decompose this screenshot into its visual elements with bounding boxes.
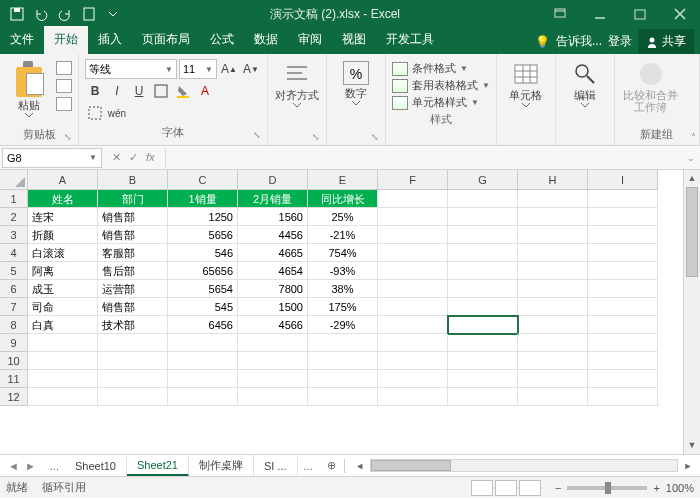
cell-D4[interactable]: 4665 [238, 244, 308, 262]
cell-I10[interactable] [588, 352, 658, 370]
cell-H5[interactable] [518, 262, 588, 280]
cell-B4[interactable]: 客服部 [98, 244, 168, 262]
tab-formulas[interactable]: 公式 [200, 26, 244, 54]
row-header-5[interactable]: 5 [0, 262, 28, 280]
cell-D6[interactable]: 7800 [238, 280, 308, 298]
row-header-6[interactable]: 6 [0, 280, 28, 298]
cell-E9[interactable] [308, 334, 378, 352]
ribbon-options-button[interactable] [540, 0, 580, 28]
cell-C9[interactable] [168, 334, 238, 352]
cell-D1[interactable]: 2月销量 [238, 190, 308, 208]
number-launcher[interactable]: ⤡ [371, 132, 379, 142]
row-header-7[interactable]: 7 [0, 298, 28, 316]
italic-button[interactable]: I [107, 81, 127, 101]
cell-G5[interactable] [448, 262, 518, 280]
cell-A12[interactable] [28, 388, 98, 406]
format-painter-button[interactable] [56, 97, 72, 111]
col-header-F[interactable]: F [378, 170, 448, 190]
save-button[interactable] [6, 3, 28, 25]
share-button[interactable]: 共享 [638, 29, 694, 54]
clipboard-launcher[interactable]: ⤡ [64, 132, 72, 142]
cell-E5[interactable]: -93% [308, 262, 378, 280]
col-header-C[interactable]: C [168, 170, 238, 190]
cell-C10[interactable] [168, 352, 238, 370]
maximize-button[interactable] [620, 0, 660, 28]
compare-merge-button[interactable]: 比较和合并工作簿 [621, 57, 681, 113]
cell-B10[interactable] [98, 352, 168, 370]
cell-C7[interactable]: 545 [168, 298, 238, 316]
cell-H4[interactable] [518, 244, 588, 262]
row-header-11[interactable]: 11 [0, 370, 28, 388]
cell-I1[interactable] [588, 190, 658, 208]
conditional-format-button[interactable]: 条件格式▼ [392, 61, 490, 76]
cell-B2[interactable]: 销售部 [98, 208, 168, 226]
vertical-scrollbar[interactable]: ▲ ▼ [683, 170, 700, 454]
cell-H8[interactable] [518, 316, 588, 334]
sheet-tab-1[interactable]: Sheet10 [65, 457, 127, 475]
cell-F7[interactable] [378, 298, 448, 316]
cell-F5[interactable] [378, 262, 448, 280]
cell-I12[interactable] [588, 388, 658, 406]
row-header-9[interactable]: 9 [0, 334, 28, 352]
cell-D7[interactable]: 1500 [238, 298, 308, 316]
bold-button[interactable]: B [85, 81, 105, 101]
tab-view[interactable]: 视图 [332, 26, 376, 54]
cell-E11[interactable] [308, 370, 378, 388]
cell-F2[interactable] [378, 208, 448, 226]
cell-G7[interactable] [448, 298, 518, 316]
sheet-nav-prev[interactable]: ◄ [8, 460, 19, 472]
cell-I8[interactable] [588, 316, 658, 334]
cell-G2[interactable] [448, 208, 518, 226]
cell-B3[interactable]: 销售部 [98, 226, 168, 244]
cell-D12[interactable] [238, 388, 308, 406]
row-header-2[interactable]: 2 [0, 208, 28, 226]
col-header-B[interactable]: B [98, 170, 168, 190]
row-header-10[interactable]: 10 [0, 352, 28, 370]
row-header-4[interactable]: 4 [0, 244, 28, 262]
new-button[interactable] [78, 3, 100, 25]
cell-A7[interactable]: 司命 [28, 298, 98, 316]
cell-E8[interactable]: -29% [308, 316, 378, 334]
tab-file[interactable]: 文件 [0, 26, 44, 54]
cell-B1[interactable]: 部门 [98, 190, 168, 208]
cell-C5[interactable]: 65656 [168, 262, 238, 280]
cell-G6[interactable] [448, 280, 518, 298]
cell-C6[interactable]: 5654 [168, 280, 238, 298]
cell-H3[interactable] [518, 226, 588, 244]
cell-E12[interactable] [308, 388, 378, 406]
formula-input[interactable] [165, 148, 682, 168]
cell-D5[interactable]: 4654 [238, 262, 308, 280]
cell-F6[interactable] [378, 280, 448, 298]
cell-styles-button[interactable]: 单元格样式▼ [392, 95, 490, 110]
zoom-in-button[interactable]: + [653, 482, 659, 494]
row-header-8[interactable]: 8 [0, 316, 28, 334]
cell-A1[interactable]: 姓名 [28, 190, 98, 208]
cell-E3[interactable]: -21% [308, 226, 378, 244]
cut-button[interactable] [56, 61, 72, 75]
cell-D3[interactable]: 4456 [238, 226, 308, 244]
cell-H7[interactable] [518, 298, 588, 316]
cell-A9[interactable] [28, 334, 98, 352]
paste-button[interactable]: 粘贴 [6, 57, 52, 118]
expand-formula-bar-button[interactable]: ⌄ [682, 153, 700, 163]
cell-I9[interactable] [588, 334, 658, 352]
cell-G1[interactable] [448, 190, 518, 208]
format-as-table-button[interactable]: 套用表格格式▼ [392, 78, 490, 93]
tab-review[interactable]: 审阅 [288, 26, 332, 54]
cell-B7[interactable]: 销售部 [98, 298, 168, 316]
cell-E1[interactable]: 同比增长 [308, 190, 378, 208]
sheet-nav-next[interactable]: ► [25, 460, 36, 472]
cell-G8[interactable] [448, 316, 518, 334]
cell-E2[interactable]: 25% [308, 208, 378, 226]
cell-G10[interactable] [448, 352, 518, 370]
zoom-slider[interactable] [567, 486, 647, 490]
cell-H2[interactable] [518, 208, 588, 226]
sheet-tab-2[interactable]: Sheet21 [127, 456, 189, 476]
cell-C4[interactable]: 546 [168, 244, 238, 262]
cell-A10[interactable] [28, 352, 98, 370]
cell-I3[interactable] [588, 226, 658, 244]
add-sheet-button[interactable]: ⊕ [319, 459, 344, 472]
editing-button[interactable]: 编辑 [562, 57, 608, 108]
cell-F11[interactable] [378, 370, 448, 388]
font-size-combo[interactable]: 11▼ [179, 59, 217, 79]
